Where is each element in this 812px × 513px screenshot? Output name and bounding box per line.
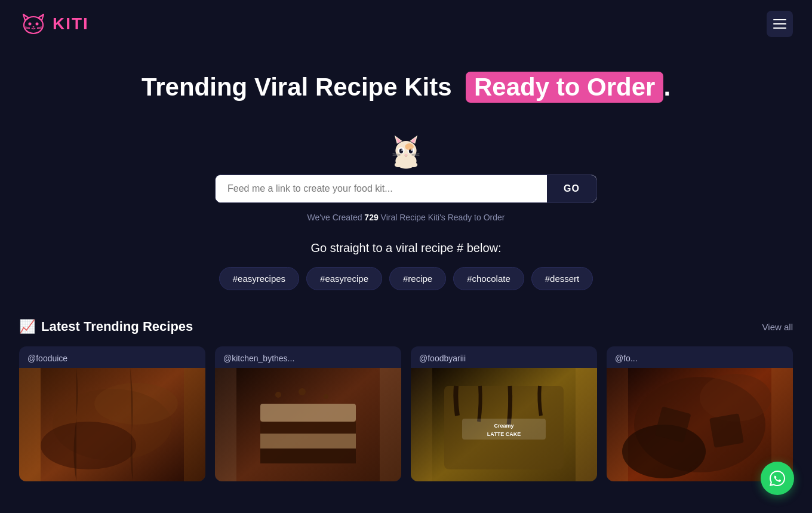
go-button[interactable]: GO <box>547 175 596 202</box>
logo-text: KITI <box>53 14 89 33</box>
tag-easyrecipes[interactable]: #easyrecipes <box>219 267 299 290</box>
svg-point-42 <box>324 394 328 399</box>
logo-cat-icon <box>19 10 48 38</box>
card-image-2 <box>215 368 401 481</box>
stats-count: 729 <box>364 213 378 222</box>
svg-line-6 <box>25 27 30 27</box>
svg-point-11 <box>395 162 402 167</box>
hero-title-dot: . <box>663 73 670 101</box>
svg-line-7 <box>25 28 30 29</box>
hero-title: Trending Viral Recipe Kits Ready to Orde… <box>12 72 800 103</box>
card-username: @foodbyariii <box>411 346 597 368</box>
card-image-4 <box>607 368 793 481</box>
hamburger-line-2 <box>773 23 786 24</box>
trending-header: 📈 Latest Trending Recipes View all <box>19 319 793 334</box>
svg-point-3 <box>29 23 32 26</box>
menu-button[interactable] <box>767 11 793 37</box>
svg-point-22 <box>401 149 402 150</box>
svg-line-9 <box>37 28 42 29</box>
tag-recipe[interactable]: #recipe <box>389 267 446 290</box>
mascot-cat-icon <box>382 127 430 174</box>
stats-text: We've Created 729 Viral Recipe Kiti's Re… <box>0 213 812 222</box>
card-image-3: Creamy LATTE CAKE <box>411 368 597 481</box>
logo-area: KITI <box>19 10 89 38</box>
tags-container: #easyrecipes #easyrecipe #recipe #chocol… <box>12 267 800 290</box>
recipe-card[interactable]: @fo... <box>607 346 793 481</box>
search-wrapper: GO <box>215 174 597 203</box>
hamburger-line-3 <box>773 27 786 29</box>
svg-text:LATTE CAKE: LATTE CAKE <box>487 431 521 437</box>
viral-section: Go straight to a viral recipe # below: #… <box>0 241 812 290</box>
cards-grid: @fooduice <box>19 346 793 481</box>
svg-marker-1 <box>23 14 29 20</box>
hero-title-highlight: Ready to Order <box>466 72 663 103</box>
card-username: @fooduice <box>19 346 205 368</box>
mascot-container <box>0 127 812 174</box>
recipe-card[interactable]: @foodbyariii <box>411 346 597 481</box>
card-username: @fo... <box>607 346 793 368</box>
svg-line-8 <box>37 27 42 27</box>
trending-title-group: 📈 Latest Trending Recipes <box>19 319 193 334</box>
card-username: @kitchen_bythes... <box>215 346 401 368</box>
whatsapp-fab[interactable] <box>761 462 794 495</box>
card-image-1 <box>19 368 205 481</box>
svg-point-33 <box>94 383 178 425</box>
svg-point-4 <box>36 23 39 26</box>
svg-rect-53 <box>709 413 744 448</box>
svg-rect-37 <box>260 422 356 434</box>
recipe-card[interactable]: @fooduice <box>19 346 205 481</box>
search-input[interactable] <box>216 175 547 202</box>
view-all-link[interactable]: View all <box>762 322 793 332</box>
hero-title-prefix: Trending Viral Recipe Kits <box>142 73 452 101</box>
trending-up-icon: 📈 <box>19 319 35 334</box>
hero-section: Trending Viral Recipe Kits Ready to Orde… <box>0 48 812 115</box>
stats-prefix: We've Created <box>307 213 362 222</box>
svg-point-20 <box>399 149 403 153</box>
svg-point-25 <box>405 143 413 150</box>
svg-rect-36 <box>260 404 356 422</box>
header: KITI <box>0 0 812 48</box>
svg-point-32 <box>41 422 136 469</box>
svg-point-41 <box>299 388 306 395</box>
hamburger-line-1 <box>773 19 786 20</box>
tag-dessert[interactable]: #dessert <box>531 267 593 290</box>
whatsapp-icon <box>768 469 786 487</box>
svg-marker-2 <box>38 14 44 20</box>
svg-point-40 <box>275 392 281 398</box>
tag-easyrecipe[interactable]: #easyrecipe <box>306 267 382 290</box>
svg-text:Creamy: Creamy <box>494 423 513 429</box>
svg-rect-38 <box>260 434 356 449</box>
svg-point-5 <box>33 26 35 27</box>
svg-point-12 <box>410 162 417 167</box>
recipe-card[interactable]: @kitchen_bythes... <box>215 346 401 481</box>
trending-section-title: Latest Trending Recipes <box>41 319 193 334</box>
search-section: GO <box>203 174 609 203</box>
tag-chocolate[interactable]: #chocolate <box>453 267 524 290</box>
stats-suffix: Viral Recipe Kiti's Ready to Order <box>381 213 505 222</box>
trending-section: 📈 Latest Trending Recipes View all @food… <box>0 319 812 481</box>
svg-rect-39 <box>260 449 356 463</box>
viral-section-title: Go straight to a viral recipe # below: <box>12 241 800 255</box>
